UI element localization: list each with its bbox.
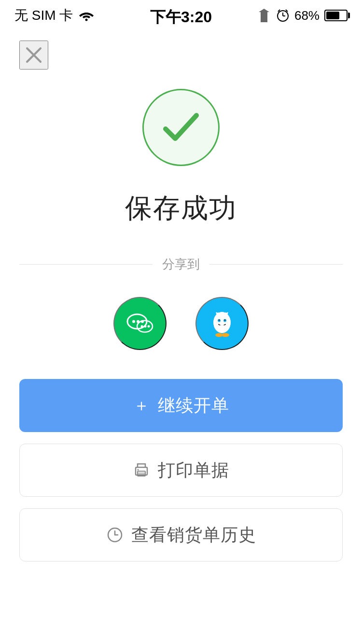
share-section: 分享到 [19, 256, 343, 350]
print-label: 打印单据 [158, 459, 229, 482]
main-content: 保存成功 分享到 [0, 31, 362, 581]
svg-point-17 [218, 319, 220, 321]
divider-right [209, 264, 343, 265]
svg-point-19 [217, 325, 227, 332]
divider-left [19, 264, 153, 265]
status-time: 下午3:20 [150, 7, 212, 28]
svg-point-13 [147, 325, 150, 327]
svg-point-12 [144, 325, 146, 327]
print-button[interactable]: 打印单据 [19, 444, 343, 497]
qq-icon [209, 308, 236, 339]
no-sim-text: 无 SIM 卡 [14, 6, 73, 25]
wifi-icon [79, 10, 94, 21]
alarm-icon [276, 9, 290, 22]
continue-button[interactable]: ＋ 继续开单 [19, 379, 343, 432]
success-circle [142, 89, 220, 166]
history-icon [106, 526, 124, 544]
wechat-share-button[interactable] [113, 297, 167, 350]
svg-point-0 [85, 19, 88, 21]
close-button[interactable] [19, 41, 48, 70]
wechat-icon [125, 308, 156, 339]
success-title: 保存成功 [125, 190, 237, 227]
close-icon [24, 45, 43, 65]
share-divider: 分享到 [19, 256, 343, 273]
svg-point-26 [138, 469, 139, 471]
battery-icon [324, 10, 348, 21]
svg-point-18 [224, 319, 225, 321]
status-right: 68% [259, 8, 348, 23]
share-label: 分享到 [162, 256, 200, 273]
location-icon [259, 9, 269, 22]
qq-share-button[interactable] [195, 297, 249, 350]
status-bar: 无 SIM 卡 下午3:20 68% [0, 0, 362, 31]
status-left: 无 SIM 卡 [14, 6, 94, 25]
share-icons [19, 297, 343, 350]
print-icon [133, 462, 150, 479]
svg-point-21 [222, 333, 229, 337]
plus-icon: ＋ [133, 394, 150, 417]
checkmark-icon [162, 111, 200, 144]
svg-point-7 [132, 320, 135, 323]
battery-percent: 68% [294, 8, 320, 23]
history-label: 查看销货单历史 [131, 523, 256, 547]
svg-point-11 [140, 325, 143, 327]
history-button[interactable]: 查看销货单历史 [19, 508, 343, 561]
action-buttons: ＋ 继续开单 打印单据 查看销货单历史 [19, 379, 343, 561]
continue-label: 继续开单 [158, 394, 229, 418]
